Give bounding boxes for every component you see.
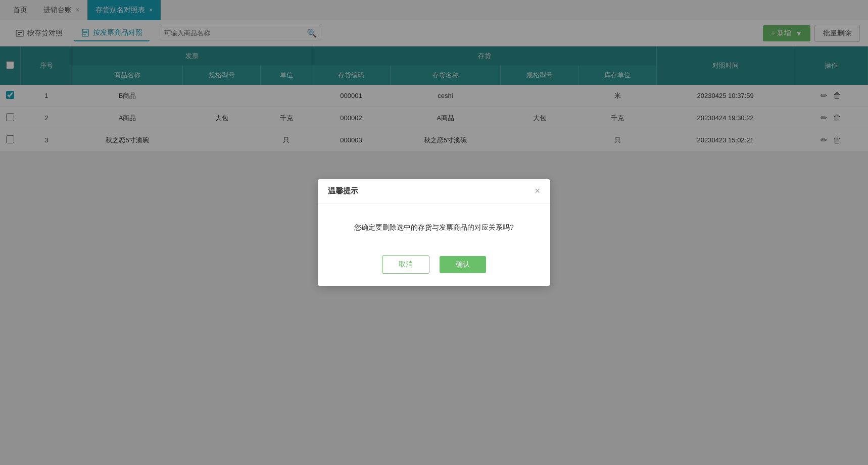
dialog-overlay: 温馨提示 × 您确定要删除选中的存货与发票商品的对应关系吗? 取消 确认 (0, 0, 868, 151)
